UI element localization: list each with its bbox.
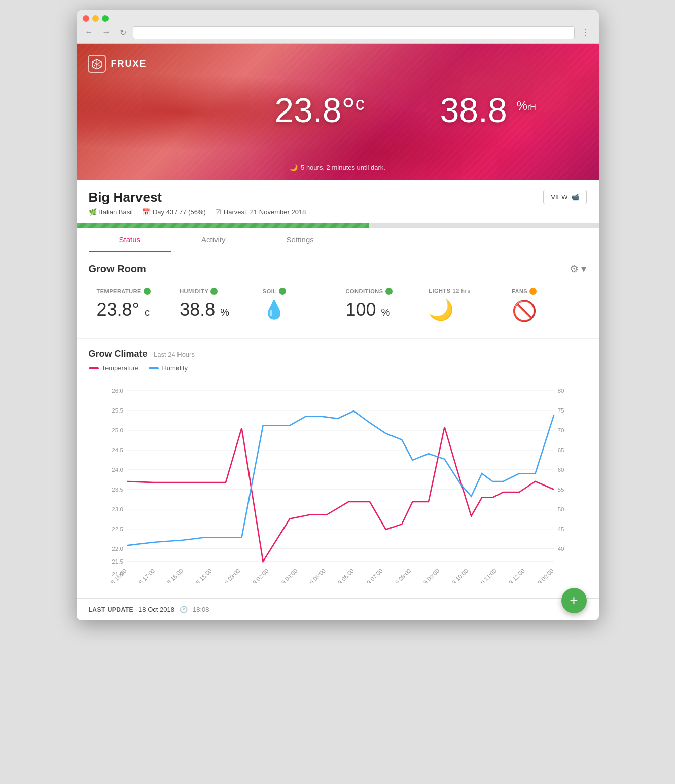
temperature-value: 23.8° c bbox=[97, 299, 164, 320]
tabs: Status Activity Settings bbox=[77, 228, 599, 252]
last-update-time: 18:08 bbox=[193, 606, 209, 613]
chart-area: 26.0 25.5 25.0 24.5 24.0 23.5 23.0 22.5 … bbox=[89, 380, 587, 583]
check-icon: ☑ bbox=[215, 208, 221, 216]
humidity-value: 38.8 % bbox=[180, 299, 246, 320]
hero-temperature: 23.8°c bbox=[274, 90, 365, 130]
browser-chrome: ← → ↻ ⋮ bbox=[77, 10, 599, 44]
humidity-status bbox=[210, 288, 218, 295]
view-button[interactable]: VIEW 📹 bbox=[543, 190, 586, 204]
metric-soil: SOIL 💧 bbox=[255, 283, 338, 328]
svg-text:55: 55 bbox=[557, 487, 564, 493]
metric-temperature-label: TEMPERATURE bbox=[97, 288, 164, 295]
temperature-line bbox=[127, 427, 554, 562]
metric-fans-label: FANS bbox=[512, 288, 579, 295]
browser-dots bbox=[83, 15, 593, 22]
leaf-icon: 🌿 bbox=[89, 208, 97, 216]
project-header: Big Harvest 🌿 Italian Basil 📅 Day 43 / 7… bbox=[77, 180, 599, 221]
hero-logo: FRUXE bbox=[88, 55, 147, 73]
chart-legend: Temperature Humidity bbox=[89, 364, 587, 372]
chart-header: Grow Climate Last 24 Hours Temperature H… bbox=[89, 349, 587, 372]
hero-humidity: 38.8 %rH bbox=[440, 90, 536, 130]
chart-section: Grow Climate Last 24 Hours Temperature H… bbox=[77, 338, 599, 598]
back-button[interactable]: ← bbox=[83, 27, 96, 38]
legend-temp-color bbox=[89, 367, 99, 369]
metric-humidity: HUMIDITY 38.8 % bbox=[171, 283, 255, 328]
metric-conditions-label: CONDITIONS bbox=[346, 288, 413, 295]
main-content: Big Harvest 🌿 Italian Basil 📅 Day 43 / 7… bbox=[77, 180, 599, 598]
minimize-dot[interactable] bbox=[92, 15, 99, 22]
fans-status bbox=[529, 288, 537, 295]
settings-button[interactable]: ⚙ ▾ bbox=[570, 263, 587, 275]
svg-text:65: 65 bbox=[557, 447, 564, 453]
moon-icon: 🌙 bbox=[290, 164, 298, 171]
logo-text: FRUXE bbox=[111, 59, 147, 69]
grow-room-section: Grow Room ⚙ ▾ TEMPERATURE 23.8° c bbox=[77, 252, 599, 338]
metric-lights: LIGHTS 12 hrs 🌙 bbox=[420, 283, 504, 328]
svg-text:2018-10-18 16:00: 2018-10-18 16:00 bbox=[90, 568, 127, 583]
bottom-bar: LAST UPDATE 18 Oct 2018 🕐 18:08 + bbox=[77, 598, 599, 620]
metric-fans: FANS 🚫 bbox=[504, 283, 587, 328]
fans-icon: 🚫 bbox=[512, 299, 579, 323]
chart-subtitle: Last 24 Hours bbox=[154, 351, 195, 358]
svg-text:21.5: 21.5 bbox=[112, 558, 123, 565]
menu-icon[interactable]: ⋮ bbox=[579, 26, 593, 39]
plant-type: 🌿 Italian Basil bbox=[89, 208, 133, 216]
clock-icon: 🕐 bbox=[180, 606, 188, 613]
humidity-line bbox=[127, 411, 554, 545]
svg-text:23.0: 23.0 bbox=[112, 506, 123, 512]
refresh-button[interactable]: ↻ bbox=[117, 27, 129, 39]
metric-soil-label: SOIL bbox=[263, 288, 330, 295]
svg-text:50: 50 bbox=[557, 506, 564, 512]
metrics-row: TEMPERATURE 23.8° c HUMIDITY 38.8 bbox=[89, 283, 587, 328]
forward-button[interactable]: → bbox=[100, 27, 113, 38]
svg-text:22.0: 22.0 bbox=[112, 546, 123, 552]
hero-section: FRUXE 23.8°c 38.8 %rH 🌙 5 hours, 2 minut… bbox=[77, 44, 599, 180]
add-button[interactable]: + bbox=[561, 588, 587, 613]
logo-icon bbox=[88, 55, 106, 73]
video-icon: 📹 bbox=[571, 193, 579, 201]
chart-svg: 26.0 25.5 25.0 24.5 24.0 23.5 23.0 22.5 … bbox=[89, 380, 587, 583]
tab-activity[interactable]: Activity bbox=[171, 228, 256, 252]
svg-text:23.5: 23.5 bbox=[112, 487, 123, 493]
chart-title: Grow Climate bbox=[89, 349, 148, 359]
address-bar[interactable] bbox=[133, 26, 575, 39]
last-update-date: 18 Oct 2018 bbox=[138, 606, 174, 613]
svg-text:60: 60 bbox=[557, 467, 564, 473]
browser-window: ← → ↻ ⋮ FRUXE 23.8°c 38.8 %rH bbox=[77, 10, 599, 620]
soil-icon: 💧 bbox=[263, 299, 330, 320]
svg-text:22.5: 22.5 bbox=[112, 526, 123, 532]
project-title: Big Harvest bbox=[89, 190, 306, 205]
temperature-status bbox=[144, 288, 151, 295]
maximize-dot[interactable] bbox=[102, 15, 109, 22]
progress-bar bbox=[77, 223, 369, 228]
svg-text:24.5: 24.5 bbox=[112, 447, 123, 453]
svg-text:40: 40 bbox=[557, 546, 564, 552]
grow-room-title: Grow Room bbox=[89, 263, 146, 275]
svg-text:75: 75 bbox=[557, 407, 564, 414]
x-axis-labels: 2018-10-18 16:00 2018-10-18 17:00 2018-1… bbox=[90, 568, 554, 583]
metric-temperature: TEMPERATURE 23.8° c bbox=[89, 283, 172, 328]
project-info: Big Harvest 🌿 Italian Basil 📅 Day 43 / 7… bbox=[89, 190, 306, 216]
grow-room-header: Grow Room ⚙ ▾ bbox=[89, 263, 587, 275]
metric-lights-label: LIGHTS 12 hrs bbox=[429, 288, 495, 294]
soil-status bbox=[279, 288, 286, 295]
progress-bar-container bbox=[77, 223, 599, 228]
last-update-label: LAST UPDATE bbox=[89, 606, 134, 613]
browser-nav: ← → ↻ ⋮ bbox=[83, 26, 593, 39]
close-dot[interactable] bbox=[83, 15, 89, 22]
legend-humidity: Humidity bbox=[149, 364, 188, 372]
metric-humidity-label: HUMIDITY bbox=[180, 288, 246, 295]
day-count: 📅 Day 43 / 77 (56%) bbox=[142, 208, 206, 216]
tab-settings[interactable]: Settings bbox=[256, 228, 344, 252]
tab-status[interactable]: Status bbox=[89, 228, 171, 252]
svg-text:24.0: 24.0 bbox=[112, 467, 123, 473]
project-meta: 🌿 Italian Basil 📅 Day 43 / 77 (56%) ☑ Ha… bbox=[89, 208, 306, 216]
legend-temperature: Temperature bbox=[89, 364, 139, 372]
lights-icon: 🌙 bbox=[429, 298, 495, 322]
dark-time-message: 🌙 5 hours, 2 minutes until dark. bbox=[290, 164, 385, 171]
conditions-status bbox=[385, 288, 393, 295]
legend-humidity-color bbox=[149, 367, 159, 369]
svg-text:25.0: 25.0 bbox=[112, 427, 123, 433]
svg-text:45: 45 bbox=[557, 526, 564, 532]
svg-text:26.0: 26.0 bbox=[112, 388, 123, 394]
